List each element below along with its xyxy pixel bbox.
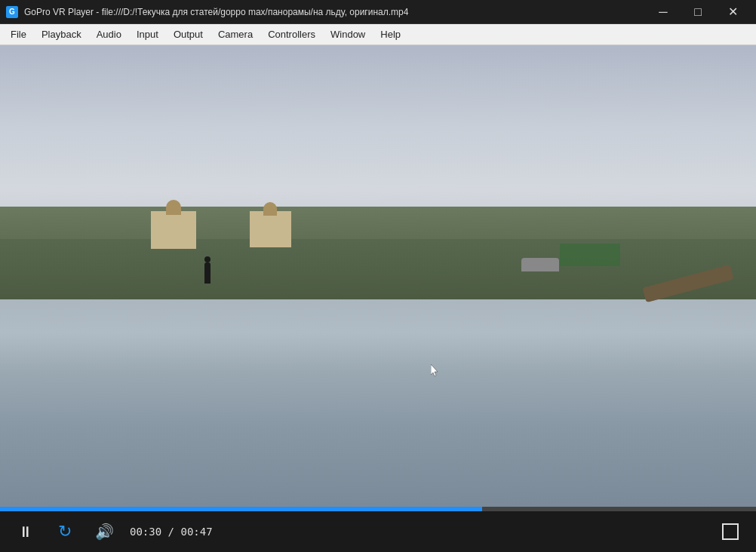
time-display: 00:30 / 00:47: [130, 526, 213, 538]
repeat-button[interactable]: ↻: [51, 518, 78, 545]
app-icon: G: [6, 6, 18, 18]
minimize-button[interactable]: ─: [646, 0, 681, 24]
play-pause-button[interactable]: ⏸: [12, 518, 39, 545]
controls-bar: ⏸ ↻ 🔊 00:30 / 00:47: [0, 507, 756, 552]
menu-camera[interactable]: Camera: [211, 26, 260, 43]
maximize-button[interactable]: □: [681, 0, 715, 24]
time-total: 00:47: [180, 526, 212, 538]
green-structure: [560, 244, 620, 266]
fullscreen-icon: [722, 523, 739, 540]
progress-fill: [0, 507, 482, 511]
time-separator: /: [161, 526, 180, 538]
playback-controls: ⏸ ↻ 🔊 00:30 / 00:47: [0, 511, 756, 552]
menu-bar: File Playback Audio Input Output Camera …: [0, 24, 756, 45]
video-area[interactable]: [0, 45, 756, 507]
person-figure: [204, 262, 211, 284]
title-bar: G GoPro VR Player - file:///D:/!Текучка …: [0, 0, 756, 24]
menu-output[interactable]: Output: [166, 26, 211, 43]
menu-help[interactable]: Help: [373, 26, 408, 43]
menu-audio[interactable]: Audio: [89, 26, 129, 43]
menu-input[interactable]: Input: [129, 26, 166, 43]
volume-button[interactable]: 🔊: [91, 518, 118, 545]
vehicle: [521, 258, 559, 271]
menu-playback[interactable]: Playback: [34, 26, 89, 43]
menu-file[interactable]: File: [3, 26, 34, 43]
menu-controllers[interactable]: Controllers: [260, 26, 323, 43]
svg-rect-0: [723, 524, 738, 539]
close-button[interactable]: ✕: [715, 0, 750, 24]
video-canvas: [0, 45, 756, 507]
building-right: [250, 211, 291, 247]
progress-bar[interactable]: [0, 507, 756, 511]
menu-window[interactable]: Window: [323, 26, 373, 43]
trees-background: [0, 207, 756, 299]
window-controls: ─ □ ✕: [646, 0, 750, 24]
time-current: 00:30: [130, 526, 161, 538]
window-title: GoPro VR Player - file:///D:/!Текучка дл…: [24, 7, 646, 17]
fullscreen-button[interactable]: [717, 518, 744, 545]
building-left: [151, 211, 196, 249]
